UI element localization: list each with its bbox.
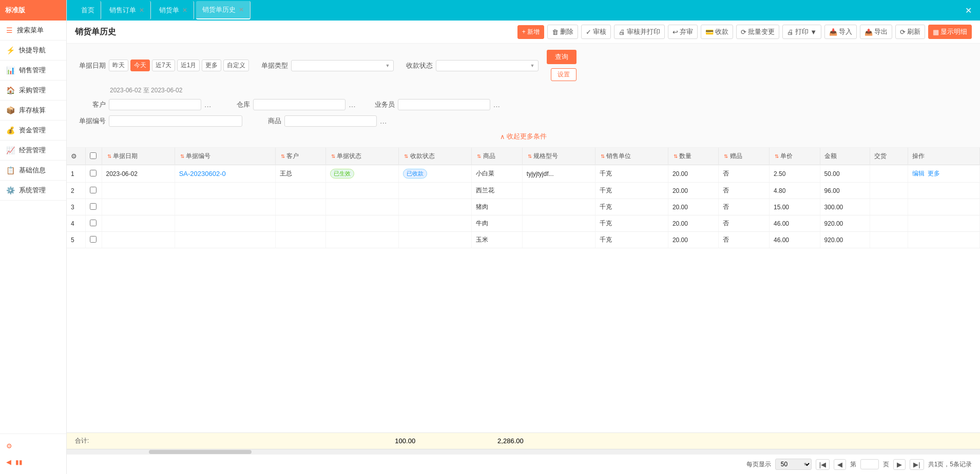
col-unit-price[interactable]: ⇅ 单价 [770, 148, 820, 165]
col-collect-status[interactable]: ⇅ 收款状态 [399, 148, 472, 165]
sidebar-item-quick-nav[interactable]: ⚡ 快捷导航 [0, 41, 66, 61]
prev-page-btn[interactable]: ◀ [834, 459, 846, 470]
col-spec-model[interactable]: ⇅ 规格型号 [522, 148, 595, 165]
page-size-select[interactable]: 10 20 50 100 [775, 459, 812, 470]
batch-change-btn[interactable]: ⟳ 批量变更 [736, 25, 779, 39]
date-btn-more[interactable]: 更多 [202, 60, 221, 71]
tab-close-sales-delivery[interactable]: ✕ [182, 7, 187, 14]
tab-home[interactable]: 首页 [75, 1, 101, 19]
date-btn-yesterday[interactable]: 昨天 [109, 60, 128, 71]
table-header-row: ⚙ ⇅ 单据日期 ⇅ 单据编号 [67, 148, 980, 165]
row-checkbox[interactable] [90, 203, 97, 210]
collect-btn[interactable]: 💳 收款 [701, 25, 733, 39]
date-btn-today[interactable]: 今天 [130, 60, 150, 71]
customer-dots[interactable]: ... [204, 100, 211, 109]
export-btn[interactable]: 📤 导出 [860, 25, 892, 39]
sidebar-item-finance[interactable]: 💰 资金管理 [0, 121, 66, 141]
audit-btn[interactable]: ✓ 审核 [581, 25, 611, 39]
sidebar-item-basic-info[interactable]: 📋 基础信息 [0, 161, 66, 181]
sidebar-collapse-btn[interactable]: ◀ ▮▮ [0, 454, 66, 470]
date-btn-last7days[interactable]: 近7天 [152, 60, 175, 71]
col-gift[interactable]: ⇅ 赠品 [719, 148, 770, 165]
sidebar-settings-btn[interactable]: ⚙ [0, 438, 66, 454]
sidebar-item-ops-mgmt[interactable]: 📈 经营管理 [0, 141, 66, 161]
col-amount: 金额 [820, 148, 870, 165]
collapse-icon: ◀ [6, 458, 11, 466]
col-doc-no[interactable]: ⇅ 单据编号 [175, 148, 275, 165]
nav-header: 首页 销售订单 ✕ 销货单 ✕ 销货单历史 ✕ ✕ [67, 0, 980, 21]
col-goods[interactable]: ⇅ 商品 [472, 148, 523, 165]
more-link[interactable]: 更多 [928, 170, 940, 177]
doc-no-link[interactable]: SA-20230602-0 [179, 170, 226, 177]
tab-close-sales-order[interactable]: ✕ [139, 7, 144, 14]
collect-status-select[interactable] [436, 60, 539, 71]
collect-icon: 💳 [705, 28, 714, 36]
row-checkbox[interactable] [90, 236, 97, 243]
date-btn-last1month[interactable]: 近1月 [177, 60, 200, 71]
row-checkbox[interactable] [90, 170, 97, 176]
row-doc-no [175, 199, 275, 215]
sidebar-item-inventory[interactable]: 📦 库存核算 [0, 101, 66, 121]
tab-sales-delivery[interactable]: 销货单 ✕ [153, 1, 194, 19]
goods-dots[interactable]: ... [380, 116, 387, 126]
print-btn[interactable]: 🖨 打印 ▼ [782, 25, 821, 39]
sidebar-item-sales-mgmt[interactable]: 📊 销售管理 [0, 61, 66, 81]
sidebar-item-sys-mgmt[interactable]: ⚙️ 系统管理 [0, 181, 66, 201]
close-all-btn[interactable]: ✕ [965, 6, 972, 15]
page-label: 第 [850, 460, 856, 469]
display-icon: ▦ [933, 28, 939, 36]
date-buttons: 昨天 今天 近7天 近1月 更多 自定义 [109, 60, 249, 71]
warehouse-dots[interactable]: ... [349, 100, 355, 109]
col-settings[interactable]: ⚙ [67, 148, 85, 165]
goods-input[interactable] [284, 115, 377, 127]
col-customer[interactable]: ⇅ 客户 [275, 148, 326, 165]
new-btn[interactable]: + 新增 [517, 25, 544, 39]
date-btn-custom[interactable]: 自定义 [223, 60, 249, 71]
first-page-btn[interactable]: |◀ [816, 459, 830, 470]
row-checkbox-cell [85, 215, 102, 232]
page-num-input[interactable]: 1 [860, 459, 879, 469]
display-btn[interactable]: ▦ 显示明细 [928, 25, 972, 39]
col-quantity[interactable]: ⇅ 数量 [668, 148, 719, 165]
customer-input[interactable] [109, 99, 201, 110]
sidebar-title: 标准版 [5, 6, 25, 15]
sys-mgmt-icon: ⚙️ [6, 186, 15, 194]
sidebar-item-search-menu[interactable]: ☰ 搜索菜单 [0, 21, 66, 41]
row-goods: 猪肉 [472, 199, 523, 215]
tab-sales-history[interactable]: 销货单历史 ✕ [196, 1, 251, 19]
last-page-btn[interactable]: ▶| [910, 459, 924, 470]
edit-link[interactable]: 编辑 [912, 170, 925, 177]
staff-filter: 业务员 ... [364, 99, 500, 110]
row-doc-date [102, 215, 175, 232]
query-btn[interactable]: 查询 [547, 50, 577, 64]
select-all-checkbox[interactable] [90, 152, 97, 159]
staff-dots[interactable]: ... [493, 100, 500, 109]
tab-close-sales-history[interactable]: ✕ [239, 6, 244, 13]
abandon-btn[interactable]: ↩ 弃审 [668, 25, 698, 39]
doc-no-input[interactable] [109, 115, 242, 127]
col-doc-date[interactable]: ⇅ 单据日期 [102, 148, 175, 165]
table-row: 4牛肉千克20.00否46.00920.00 [67, 215, 980, 232]
next-page-btn[interactable]: ▶ [893, 459, 906, 470]
refresh-btn[interactable]: ⟳ 刷新 [895, 25, 925, 39]
audit-print-btn[interactable]: 🖨 审核并打印 [614, 25, 665, 39]
scrollbar-thumb[interactable] [149, 450, 252, 454]
row-sales-unit: 千克 [595, 183, 668, 199]
row-checkbox[interactable] [90, 187, 97, 193]
col-sales-unit[interactable]: ⇅ 销售单位 [595, 148, 668, 165]
delete-btn[interactable]: 🗑 删除 [547, 25, 578, 39]
collapse-btn[interactable]: ∧ 收起更多条件 [75, 132, 972, 141]
row-doc-date: 2023-06-02 [102, 165, 175, 183]
col-doc-status[interactable]: ⇅ 单据状态 [326, 148, 399, 165]
sidebar-item-purchase-mgmt[interactable]: 🏠 采购管理 [0, 81, 66, 101]
row-checkbox[interactable] [90, 220, 97, 226]
row-doc-no: SA-20230602-0 [175, 165, 275, 183]
qty-sort-icon: ⇅ [674, 153, 678, 159]
set-btn[interactable]: 设置 [551, 68, 577, 81]
horizontal-scrollbar[interactable] [67, 449, 980, 454]
tab-sales-order[interactable]: 销售订单 ✕ [103, 1, 151, 19]
doc-type-select[interactable] [291, 60, 394, 71]
staff-input[interactable] [398, 99, 490, 110]
warehouse-input[interactable] [253, 99, 345, 110]
import-btn[interactable]: 📥 导入 [824, 25, 857, 39]
